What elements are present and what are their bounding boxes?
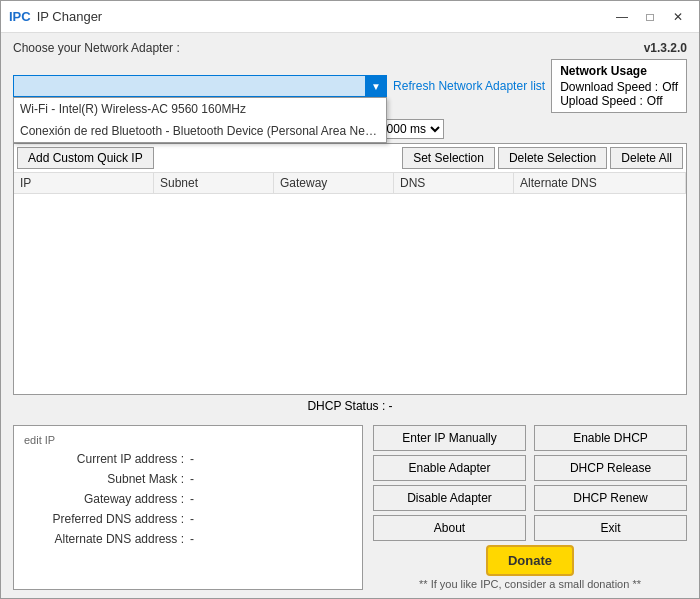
delete-selection-button[interactable]: Delete Selection — [498, 147, 607, 169]
col-subnet: Subnet — [154, 173, 274, 193]
refresh-link[interactable]: Refresh Network Adapter list — [393, 79, 545, 93]
download-row: Download Speed : Off — [560, 80, 678, 94]
col-gateway: Gateway — [274, 173, 394, 193]
enable-dhcp-button[interactable]: Enable DHCP — [534, 425, 687, 451]
dhcp-renew-button[interactable]: DHCP Renew — [534, 485, 687, 511]
minimize-button[interactable]: — — [609, 7, 635, 27]
action-row-3: Disable Adapter DHCP Renew — [373, 485, 687, 511]
action-panel: Enter IP Manually Enable DHCP Enable Ada… — [373, 425, 687, 590]
download-label: Download Speed : — [560, 80, 658, 94]
action-row-2: Enable Adapter DHCP Release — [373, 455, 687, 481]
title-bar: IPC IP Changer — □ ✕ — [1, 1, 699, 33]
window-controls: — □ ✕ — [609, 7, 691, 27]
current-ip-row: Current IP address : - — [24, 452, 352, 466]
table-header: IP Subnet Gateway DNS Alternate DNS — [14, 173, 686, 194]
add-custom-button[interactable]: Add Custom Quick IP — [17, 147, 154, 169]
info-edit-label: edit IP — [24, 434, 352, 446]
dropdown-item-bluetooth[interactable]: Conexión de red Bluetooth - Bluetooth De… — [14, 120, 386, 142]
adapter-label: Choose your Network Adapter : — [13, 41, 180, 55]
alt-dns-row: Alternate DNS address : - — [24, 532, 352, 546]
subnet-value: - — [190, 472, 194, 486]
current-ip-value: - — [190, 452, 194, 466]
dns-row: Preferred DNS address : - — [24, 512, 352, 526]
about-button[interactable]: About — [373, 515, 526, 541]
table-section: Add Custom Quick IP Set Selection Delete… — [13, 143, 687, 395]
upload-row: Upload Speed : Off — [560, 94, 678, 108]
dhcp-release-button[interactable]: DHCP Release — [534, 455, 687, 481]
alt-dns-label: Alternate DNS address : — [24, 532, 184, 546]
set-selection-button[interactable]: Set Selection — [402, 147, 495, 169]
network-usage-box: Network Usage Download Speed : Off Uploa… — [551, 59, 687, 113]
donate-button[interactable]: Donate — [486, 545, 574, 576]
top-row: Choose your Network Adapter : v1.3.2.0 — [13, 41, 687, 55]
exit-button[interactable]: Exit — [534, 515, 687, 541]
gateway-label: Gateway address : — [24, 492, 184, 506]
action-row-4: About Exit — [373, 515, 687, 541]
dropdown-item-wifi[interactable]: Wi-Fi - Intel(R) Wireless-AC 9560 160MHz — [14, 98, 386, 120]
maximize-button[interactable]: □ — [637, 7, 663, 27]
col-dns: DNS — [394, 173, 514, 193]
adapter-select-container: Wi-Fi - Intel(R) Wireless-AC 9560 160MHz… — [13, 75, 387, 97]
gateway-row: Gateway address : - — [24, 492, 352, 506]
upload-value: Off — [647, 94, 663, 108]
action-row-1: Enter IP Manually Enable DHCP — [373, 425, 687, 451]
adapter-dropdown-menu: Wi-Fi - Intel(R) Wireless-AC 9560 160MHz… — [13, 97, 387, 143]
table-toolbar: Add Custom Quick IP Set Selection Delete… — [14, 144, 686, 173]
version-label: v1.3.2.0 — [644, 41, 687, 55]
close-button[interactable]: ✕ — [665, 7, 691, 27]
col-alt-dns: Alternate DNS — [514, 173, 686, 193]
adapter-select[interactable]: Wi-Fi - Intel(R) Wireless-AC 9560 160MHz… — [13, 75, 387, 97]
adapter-row: Wi-Fi - Intel(R) Wireless-AC 9560 160MHz… — [13, 59, 687, 113]
current-ip-label: Current IP address : — [24, 452, 184, 466]
info-box: edit IP Current IP address : - Subnet Ma… — [13, 425, 363, 590]
donate-row: Donate ** If you like IPC, consider a sm… — [373, 545, 687, 590]
gateway-value: - — [190, 492, 194, 506]
disable-adapter-button[interactable]: Disable Adapter — [373, 485, 526, 511]
dns-value: - — [190, 512, 194, 526]
subnet-row: Subnet Mask : - — [24, 472, 352, 486]
app-icon: IPC — [9, 9, 31, 24]
col-ip: IP — [14, 173, 154, 193]
dns-label: Preferred DNS address : — [24, 512, 184, 526]
enter-ip-button[interactable]: Enter IP Manually — [373, 425, 526, 451]
table-body — [14, 194, 686, 394]
delete-all-button[interactable]: Delete All — [610, 147, 683, 169]
enable-adapter-button[interactable]: Enable Adapter — [373, 455, 526, 481]
download-value: Off — [662, 80, 678, 94]
subnet-label: Subnet Mask : — [24, 472, 184, 486]
app-title: IP Changer — [37, 9, 609, 24]
bottom-section: edit IP Current IP address : - Subnet Ma… — [13, 425, 687, 590]
network-usage-title: Network Usage — [560, 64, 678, 78]
dhcp-label: DHCP Status : — [307, 399, 385, 413]
dhcp-status-row: DHCP Status : - — [13, 399, 687, 413]
dhcp-value: - — [389, 399, 393, 413]
donate-note: ** If you like IPC, consider a small don… — [419, 578, 641, 590]
main-window: IPC IP Changer — □ ✕ Choose your Network… — [0, 0, 700, 599]
upload-label: Upload Speed : — [560, 94, 643, 108]
main-content: Choose your Network Adapter : v1.3.2.0 W… — [1, 33, 699, 598]
alt-dns-value: - — [190, 532, 194, 546]
